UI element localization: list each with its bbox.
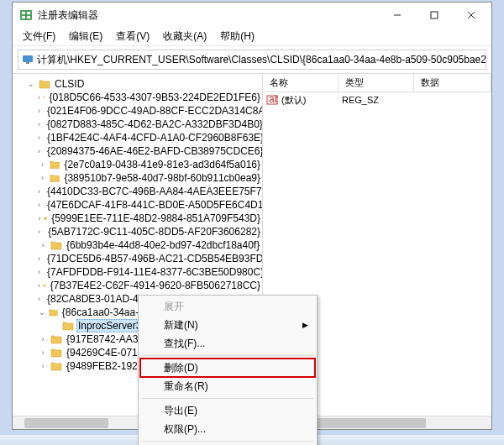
ctx-export[interactable]: 导出(E) xyxy=(140,401,315,420)
list-row-default[interactable]: ab (默认) REG_SZ xyxy=(263,92,491,107)
titlebar: 注册表编辑器 xyxy=(13,3,491,28)
chevron-right-icon[interactable]: › xyxy=(38,295,40,303)
path-text: 计算机\HKEY_CURRENT_USER\Software\Classes\C… xyxy=(37,53,486,67)
chevron-right-icon[interactable]: › xyxy=(38,241,48,249)
tree-item[interactable]: ›{4410DC33-BC7C-496B-AA84-4AEA3EEE75F7} xyxy=(13,185,262,198)
menu-file[interactable]: 文件(F) xyxy=(18,28,60,45)
menu-help[interactable]: 帮助(H) xyxy=(215,28,260,45)
chevron-right-icon[interactable]: › xyxy=(38,134,40,142)
tree-label: {5999E1EE-711E-48D2-9884-851A709F543D} xyxy=(50,212,262,224)
col-type[interactable]: 类型 xyxy=(339,74,414,92)
tree-item[interactable]: ›{389510b7-9e58-40d7-98bf-60b911cb0ea9} xyxy=(13,171,262,185)
chevron-right-icon[interactable]: › xyxy=(38,174,47,182)
window-title: 注册表编辑器 xyxy=(38,8,379,23)
chevron-right-icon[interactable]: › xyxy=(38,107,40,115)
tree-item[interactable]: ›{7B37E4E2-C62F-4914-9620-8FB5062718CC} xyxy=(13,279,262,292)
regedit-app-icon xyxy=(19,8,33,22)
tree-item[interactable]: ⌄CLSID xyxy=(13,77,262,91)
tree-item[interactable]: ›{5AB7172C-9C11-405C-8DD5-AF20F3606282} xyxy=(13,225,262,238)
chevron-right-icon[interactable]: › xyxy=(38,335,48,343)
close-button[interactable] xyxy=(453,3,490,27)
chevron-right-icon[interactable]: › xyxy=(38,228,40,236)
tree-label: {71DCE5D6-4B57-496B-AC21-CD5B54EB93FD} xyxy=(45,253,263,264)
tree-item[interactable]: ›{2e7c0a19-0438-41e9-81e3-ad3d64f5a016} xyxy=(13,158,262,171)
tree-label: {2e7c0a19-0438-41e9-81e3-ad3d64f5a016} xyxy=(62,159,262,170)
ctx-delete[interactable]: 删除(D) xyxy=(140,359,315,377)
tree-item[interactable]: ›{7AFDFDDB-F914-11E4-8377-6C3BE50D980C} xyxy=(13,265,262,279)
svg-rect-3 xyxy=(22,16,25,18)
ctx-separator xyxy=(142,398,313,399)
ctx-permissions[interactable]: 权限(P)... xyxy=(140,420,315,438)
svg-rect-0 xyxy=(20,10,32,20)
chevron-right-icon[interactable]: › xyxy=(38,254,40,263)
chevron-right-icon[interactable]: › xyxy=(38,147,40,155)
value-type: REG_SZ xyxy=(342,95,417,105)
tree-item[interactable]: ›{0827D883-485C-4D62-BA2C-A332DBF3D4B0} xyxy=(13,118,262,131)
tree-label: {1BF42E4C-4AF4-4CFD-A1A0-CF2960B8F63E} xyxy=(45,132,263,144)
chevron-right-icon[interactable]: › xyxy=(38,362,48,370)
ctx-separator xyxy=(142,441,313,442)
tree-item[interactable]: ›{018D5C66-4533-4307-9B53-224DE2ED1FE6} xyxy=(13,91,262,104)
svg-rect-4 xyxy=(27,16,30,18)
tree-item[interactable]: ›{021E4F06-9DCC-49AD-88CF-ECC2DA314C8A} xyxy=(13,104,262,118)
menu-view[interactable]: 查看(V) xyxy=(111,28,155,45)
string-value-icon: ab xyxy=(266,94,278,106)
tree-item[interactable]: ›{20894375-46AE-46E2-BAFD-CB38975CDCE6} xyxy=(13,144,262,158)
chevron-down-icon[interactable]: ⌄ xyxy=(26,80,36,88)
context-menu: 展开 新建(N)▶ 查找(F)... 删除(D) 重命名(R) 导出(E) 权限… xyxy=(138,295,318,445)
chevron-right-icon[interactable]: › xyxy=(38,201,40,209)
tree-label: {0827D883-485C-4D62-BA2C-A332DBF3D4B0} xyxy=(45,118,263,130)
tree-label: {7B37E4E2-C62F-4914-9620-8FB5062718CC} xyxy=(49,280,262,291)
svg-rect-9 xyxy=(23,55,33,62)
menubar: 文件(F) 编辑(E) 查看(V) 收藏夹(A) 帮助(H) xyxy=(13,28,491,46)
chevron-right-icon[interactable]: › xyxy=(38,93,40,102)
tree-label: {5AB7172C-9C11-405C-8DD5-AF20F3606282} xyxy=(46,226,262,238)
chevron-right-icon[interactable]: › xyxy=(38,348,48,357)
chevron-right-icon[interactable]: › xyxy=(38,268,40,276)
menu-favorites[interactable]: 收藏夹(A) xyxy=(158,28,212,45)
tree-label: {6bb93b4e-44d8-40e2-bd97-42dbcf18a40f} xyxy=(65,239,261,251)
submenu-arrow-icon: ▶ xyxy=(302,321,308,329)
tree-item[interactable]: ›{6bb93b4e-44d8-40e2-bd97-42dbcf18a40f} xyxy=(13,238,262,252)
col-data[interactable]: 数据 xyxy=(414,74,491,92)
svg-rect-10 xyxy=(26,62,29,64)
ctx-rename[interactable]: 重命名(R) xyxy=(140,377,315,395)
tree-item[interactable]: ›{5999E1EE-711E-48D2-9884-851A709F543D} xyxy=(13,212,262,225)
maximize-button[interactable] xyxy=(416,3,453,27)
chevron-right-icon[interactable]: › xyxy=(38,120,40,128)
chevron-down-icon[interactable]: ⌄ xyxy=(38,308,46,317)
ctx-expand: 展开 xyxy=(140,297,315,316)
svg-rect-2 xyxy=(27,12,30,14)
tree-label: {018D5C66-4533-4307-9B53-224DE2ED1FE6} xyxy=(47,92,262,103)
tree-label: {47E6DCAF-41F8-441C-BD0E-A50D5FE6C4D1} xyxy=(45,199,263,211)
tree-label: {021E4F06-9DCC-49AD-88CF-ECC2DA314C8A} xyxy=(45,105,263,117)
tree-label: {389510b7-9e58-40d7-98bf-60b911cb0ea9} xyxy=(62,172,262,184)
chevron-right-icon[interactable]: › xyxy=(38,281,40,290)
svg-rect-1 xyxy=(22,12,25,14)
tree-label: {20894375-46AE-46E2-BAFD-CB38975CDCE6} xyxy=(45,145,263,157)
svg-text:ab: ab xyxy=(269,94,278,105)
ctx-new[interactable]: 新建(N)▶ xyxy=(140,316,315,334)
tree-label: {4410DC33-BC7C-496B-AA84-4AEA3EEE75F7} xyxy=(45,186,263,197)
chevron-right-icon[interactable]: › xyxy=(38,214,41,222)
ctx-find[interactable]: 查找(F)... xyxy=(140,334,315,353)
address-bar[interactable]: 计算机\HKEY_CURRENT_USER\Software\Classes\C… xyxy=(18,50,486,70)
tree-label: CLSID xyxy=(53,78,86,90)
list-header: 名称 类型 数据 xyxy=(263,74,491,92)
menu-edit[interactable]: 编辑(E) xyxy=(64,28,108,45)
tree-item[interactable]: ›{47E6DCAF-41F8-441C-BD0E-A50D5FE6C4D1} xyxy=(13,198,262,212)
ctx-separator xyxy=(142,355,313,356)
tree-item[interactable]: ›{1BF42E4C-4AF4-4CFD-A1A0-CF2960B8F63E} xyxy=(13,131,262,144)
svg-rect-6 xyxy=(431,12,438,18)
computer-icon xyxy=(22,54,34,65)
chevron-right-icon[interactable]: › xyxy=(38,187,40,196)
minimize-button[interactable] xyxy=(379,3,416,27)
chevron-right-icon[interactable]: › xyxy=(38,160,47,169)
col-name[interactable]: 名称 xyxy=(263,74,339,92)
tree-label: {7AFDFDDB-F914-11E4-8377-6C3BE50D980C} xyxy=(45,266,263,278)
value-name: (默认) xyxy=(281,94,342,107)
tree-item[interactable]: ›{71DCE5D6-4B57-496B-AC21-CD5B54EB93FD} xyxy=(13,252,262,265)
